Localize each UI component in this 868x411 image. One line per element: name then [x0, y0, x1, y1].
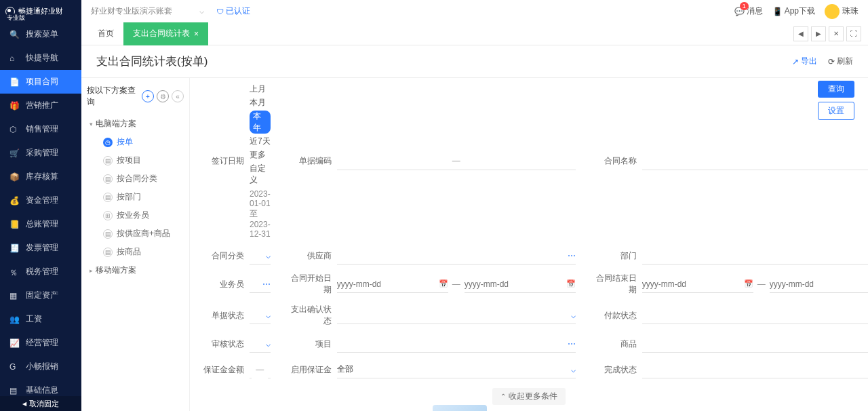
tab-home[interactable]: 首页 — [88, 22, 123, 45]
settings-button[interactable]: 设置 — [818, 102, 854, 120]
nav-item-13[interactable]: 📈经营管理 — [0, 331, 81, 355]
label-pay-status: 付款状态 — [596, 310, 637, 321]
tab-next-button[interactable]: ▶ — [811, 26, 826, 41]
label-deposit: 保证金金额 — [203, 364, 244, 376]
date-opt-0[interactable]: 上月 — [250, 83, 266, 95]
nav-item-0[interactable]: 🔍搜索菜单 — [0, 22, 81, 46]
label-sign-date: 签订日期 — [203, 155, 244, 167]
scheme-leaf-2[interactable]: ▤按合同分类 — [103, 170, 184, 188]
pay-confirm-select[interactable] — [337, 307, 576, 324]
brand-sub: 专业版 — [7, 14, 25, 22]
nav-icon: 📦 — [9, 172, 19, 182]
collapse-filters-button[interactable]: 收起更多条件 — [492, 388, 566, 405]
tab-report[interactable]: 支出合同统计表 — [123, 22, 208, 45]
audit-status-select[interactable] — [250, 335, 271, 353]
label-pay-confirm: 支出确认状态 — [291, 304, 332, 327]
placeholder-image — [433, 405, 487, 411]
nav-item-5[interactable]: 🛒采购管理 — [0, 141, 81, 165]
goods-picker[interactable] — [642, 335, 868, 353]
export-button[interactable]: 导出 — [792, 56, 817, 67]
tab-fullscreen-button[interactable]: ⛶ — [846, 26, 861, 41]
scheme-leaf-3[interactable]: ▤按部门 — [103, 188, 184, 206]
nav-item-6[interactable]: 📦库存核算 — [0, 165, 81, 189]
done-status-select[interactable] — [642, 361, 868, 378]
start-date-from[interactable] — [337, 275, 448, 293]
nav-item-9[interactable]: 🧾发票管理 — [0, 236, 81, 260]
tab-prev-button[interactable]: ◀ — [793, 26, 808, 41]
nav-icon: 🎁 — [9, 101, 19, 111]
scheme-add-button[interactable]: + — [142, 90, 154, 102]
leaf-icon: ▤ — [103, 193, 113, 202]
doc-no-input[interactable]: — — [337, 153, 576, 170]
end-date-from[interactable] — [642, 275, 753, 293]
scheme-leaf-1[interactable]: ▤按项目 — [103, 151, 184, 170]
nav-item-7[interactable]: 💰资金管理 — [0, 189, 81, 212]
label-supplier: 供应商 — [291, 250, 332, 262]
leaf-icon: ▤ — [103, 229, 113, 239]
message-badge: 1 — [740, 2, 749, 10]
enable-deposit-select[interactable]: 全部 — [337, 361, 576, 378]
scheme-leaf-6[interactable]: ▤按商品 — [103, 243, 184, 261]
nav-item-10[interactable]: ％税务管理 — [0, 260, 81, 283]
end-date-to[interactable] — [770, 275, 868, 293]
page-title: 支出合同统计表(按单) — [96, 54, 208, 69]
clerk-picker[interactable] — [250, 275, 271, 293]
contract-name-input[interactable] — [642, 153, 868, 170]
date-opt-1[interactable]: 本月 — [250, 97, 266, 109]
refresh-button[interactable]: 刷新 — [828, 56, 853, 67]
nav: 🔍搜索菜单⌂快捷导航📄项目合同🎁营销推广⬡销售管理🛒采购管理📦库存核算💰资金管理… — [0, 22, 81, 396]
scheme-leaf-5[interactable]: ▤按供应商+商品 — [103, 224, 184, 243]
leaf-icon: ▤ — [103, 156, 113, 165]
scheme-leaf-4[interactable]: ⊞按业务员 — [103, 206, 184, 224]
leaf-icon: ⊞ — [103, 211, 113, 220]
date-opt-4[interactable]: 更多 — [250, 149, 266, 161]
leaf-icon: ▤ — [103, 248, 113, 257]
nav-item-15[interactable]: ▤基础信息 — [0, 378, 81, 396]
user-menu[interactable]: 珠珠 — [825, 4, 859, 19]
nav-icon: ▦ — [9, 291, 19, 300]
account-selector[interactable]: 好业财专业版演示账套 — [91, 5, 204, 17]
nav-icon: 💰 — [9, 196, 19, 206]
date-opt-5[interactable]: 自定义 — [250, 163, 271, 186]
date-opt-2[interactable]: 本年 — [250, 111, 271, 134]
dept-select[interactable] — [642, 247, 868, 265]
scheme-title: 按以下方案查询 — [87, 85, 142, 108]
contract-cat-select[interactable] — [250, 247, 271, 265]
leaf-icon: ◷ — [103, 138, 113, 147]
nav-icon: 🛒 — [9, 149, 19, 158]
scheme-group-mobile[interactable]: 移动端方案 — [87, 261, 184, 279]
deposit-to[interactable] — [268, 361, 270, 378]
nav-item-3[interactable]: 🎁营销推广 — [0, 94, 81, 117]
nav-item-4[interactable]: ⬡销售管理 — [0, 117, 81, 141]
scheme-group-pc[interactable]: 电脑端方案 — [87, 115, 184, 133]
unpin-button[interactable]: 取消固定 — [0, 396, 81, 411]
query-button[interactable]: 查询 — [818, 81, 854, 98]
scheme-leaf-0[interactable]: ◷按单 — [103, 133, 184, 151]
messages-button[interactable]: 💬消息1 — [734, 5, 763, 17]
doc-status-select[interactable] — [250, 307, 271, 324]
start-date-to[interactable] — [465, 275, 576, 293]
pay-status-select[interactable] — [642, 307, 868, 324]
avatar — [825, 4, 840, 19]
nav-item-1[interactable]: ⌂快捷导航 — [0, 46, 81, 70]
sign-date-range[interactable]: 上月本月本年近7天更多自定义2023-01-01 至 2023-12-31 — [250, 83, 271, 239]
scheme-settings-button[interactable]: ⚙ — [157, 90, 169, 102]
label-dept: 部门 — [596, 250, 637, 262]
label-end-date: 合同结束日期 — [596, 273, 637, 296]
project-picker[interactable] — [337, 335, 576, 353]
nav-item-14[interactable]: G小畅报销 — [0, 355, 81, 378]
supplier-picker[interactable] — [337, 247, 576, 265]
app-download-button[interactable]: 📱App下载 — [772, 5, 815, 17]
label-goods: 商品 — [596, 338, 637, 350]
scheme-collapse-button[interactable]: « — [172, 90, 184, 102]
tab-close-button[interactable]: ✕ — [829, 26, 844, 41]
nav-item-12[interactable]: 👥工资 — [0, 307, 81, 331]
scheme-panel: 按以下方案查询 + ⚙ « 电脑端方案 ◷按单▤按项目▤按合同分类▤按部门⊞按业… — [81, 78, 190, 411]
nav-item-8[interactable]: 📒总账管理 — [0, 212, 81, 236]
verified-badge: 已认证 — [216, 5, 250, 17]
deposit-from[interactable] — [250, 361, 252, 378]
nav-icon: 🧾 — [9, 243, 19, 253]
nav-item-11[interactable]: ▦固定资产 — [0, 283, 81, 307]
nav-item-2[interactable]: 📄项目合同 — [0, 70, 81, 94]
date-opt-3[interactable]: 近7天 — [250, 136, 271, 147]
